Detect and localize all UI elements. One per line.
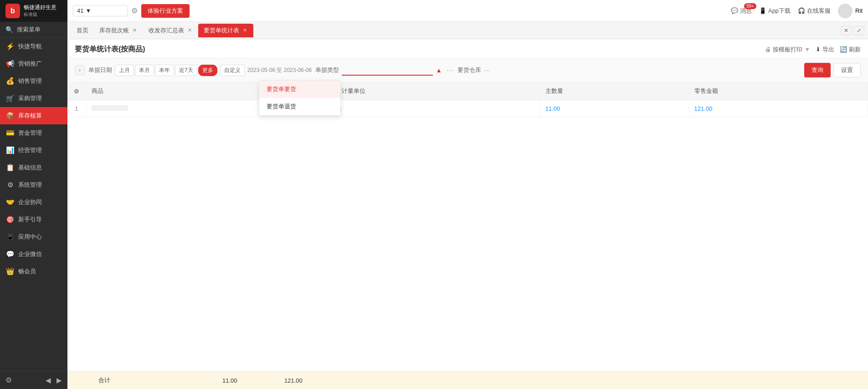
sidebar-item-label: 库存核算 bbox=[18, 112, 42, 120]
warehouse-filter-group: 要货仓库 ⋯ bbox=[457, 66, 490, 74]
close-all-btn[interactable]: ✕ bbox=[841, 26, 852, 35]
tab-request-stats[interactable]: 要货单统计表 ✕ bbox=[198, 24, 253, 37]
sidebar-bottom-actions: ◀ ▶ bbox=[46, 376, 62, 384]
sidebar-item-guide[interactable]: 🎯 新手引导 bbox=[0, 211, 67, 228]
data-table-wrapper: ⚙ 商品 主计量单位 主数量 零售金额 1 bbox=[67, 82, 868, 371]
system-icon: ⚙ bbox=[5, 181, 15, 189]
sidebar-item-enterprise[interactable]: 🤝 企业协同 bbox=[0, 194, 67, 211]
store-selector[interactable]: 41 ▼ bbox=[73, 5, 128, 16]
app-logo: b 畅捷通好生意 标准版 bbox=[0, 0, 67, 22]
search-icon: 🔍 bbox=[5, 26, 13, 33]
message-btn[interactable]: 💬 消息 99+ bbox=[731, 7, 752, 15]
quick-nav-icon: ⚡ bbox=[5, 42, 15, 51]
sidebar-item-label: 应用中心 bbox=[18, 233, 42, 241]
tab-receivable-summary[interactable]: 收发存汇总表 ✕ bbox=[143, 24, 198, 37]
settings-gear-icon[interactable]: ⚙ bbox=[131, 6, 138, 15]
tabs-actions: ✕ ⤢ bbox=[841, 26, 864, 35]
sidebar-item-marketing[interactable]: 📢 营销推广 bbox=[0, 55, 67, 72]
headset-icon: 🎧 bbox=[798, 7, 805, 14]
topbar: 41 ▼ ⚙ 体验行业方案 💬 消息 99+ 📱 App下载 🎧 在线客服 Ri… bbox=[67, 0, 868, 22]
online-service-btn[interactable]: 🎧 在线客服 bbox=[798, 7, 831, 15]
dropdown-item-request-order[interactable]: 要货单要货 bbox=[259, 81, 340, 98]
table-settings-icon[interactable]: ⚙ bbox=[74, 88, 79, 95]
type-filter-label: 单据类型 bbox=[315, 66, 339, 74]
date-this-year-btn[interactable]: 本年 bbox=[155, 65, 174, 76]
sidebar-item-quick-nav[interactable]: ⚡ 快捷导航 bbox=[0, 38, 67, 55]
tab-home[interactable]: 首页 bbox=[71, 24, 94, 37]
warehouse-more-icon[interactable]: ⋯ bbox=[484, 67, 490, 74]
col-amount: 零售金额 bbox=[688, 82, 868, 100]
type-filter-group: 单据类型 ▲ ⋯ bbox=[315, 65, 454, 76]
sidebar-search[interactable]: 🔍 搜索菜单 bbox=[0, 22, 67, 38]
footer-amount-value: 121.00 bbox=[284, 377, 303, 384]
sidebar-item-basic[interactable]: 📋 基础信息 bbox=[0, 159, 67, 176]
table-header-row: ⚙ 商品 主计量单位 主数量 零售金额 bbox=[67, 82, 868, 100]
app-center-icon: 📱 bbox=[5, 233, 15, 241]
sidebar-item-label: 企业协同 bbox=[18, 198, 42, 206]
sidebar-item-member[interactable]: 👑 畅会员 bbox=[0, 263, 67, 280]
date-prev-month-btn[interactable]: 上月 bbox=[115, 65, 134, 76]
sidebar-item-system[interactable]: ⚙ 系统管理 bbox=[0, 176, 67, 194]
service-label: 在线客服 bbox=[807, 7, 831, 15]
date-filter-label: 单据日期 bbox=[88, 66, 112, 74]
refresh-btn[interactable]: 🔄 刷新 bbox=[840, 46, 861, 54]
sidebar-item-operations[interactable]: 📊 经营管理 bbox=[0, 142, 67, 159]
store-dropdown-arrow: ▼ bbox=[85, 7, 91, 14]
expand-icon[interactable]: ▶ bbox=[56, 376, 62, 384]
app-label: App下载 bbox=[768, 7, 791, 15]
date-more-btn[interactable]: 更多 bbox=[198, 65, 217, 76]
app-sub: 标准版 bbox=[24, 11, 56, 18]
maximize-btn[interactable]: ⤢ bbox=[853, 26, 864, 35]
sidebar-item-label: 企业微信 bbox=[18, 250, 42, 258]
cell-qty: 11.00 bbox=[539, 100, 688, 117]
warehouse-filter-label: 要货仓库 bbox=[457, 66, 481, 74]
app-name: 畅捷通好生意 bbox=[24, 4, 56, 11]
user-area[interactable]: Rit bbox=[838, 4, 863, 18]
type-dropdown-arrow[interactable]: ▲ bbox=[436, 67, 442, 74]
sidebar-bottom: ⚙ ◀ ▶ bbox=[0, 371, 67, 389]
tab-request-stats-close[interactable]: ✕ bbox=[242, 27, 248, 33]
cell-amount: 121.00 bbox=[688, 100, 868, 117]
date-this-month-btn[interactable]: 本月 bbox=[135, 65, 154, 76]
dropdown-item-request-return[interactable]: 要货单退货 bbox=[259, 98, 340, 115]
store-name: 41 bbox=[77, 7, 83, 14]
filter-bar: › 单据日期 上月 本月 本年 近7天 更多 自定义 2023-05-06 至 … bbox=[67, 58, 868, 82]
logo-icon: b bbox=[5, 4, 20, 18]
sidebar-item-inventory[interactable]: 📦 库存核算 bbox=[0, 107, 67, 124]
inventory-icon: 📦 bbox=[5, 112, 15, 120]
sidebar-item-purchase[interactable]: 🛒 采购管理 bbox=[0, 90, 67, 107]
footer-amount-cell: 121.00 bbox=[284, 377, 339, 384]
type-more-icon[interactable]: ⋯ bbox=[447, 66, 454, 75]
print-label: 按模板打印 bbox=[773, 46, 802, 54]
main-content: 41 ▼ ⚙ 体验行业方案 💬 消息 99+ 📱 App下载 🎧 在线客服 Ri… bbox=[67, 0, 868, 389]
date-custom-btn[interactable]: 自定义 bbox=[220, 65, 245, 76]
settings-icon[interactable]: ⚙ bbox=[5, 376, 12, 384]
type-filter-input[interactable] bbox=[342, 65, 433, 76]
refresh-icon: 🔄 bbox=[840, 46, 847, 53]
tab-inventory-batch-close[interactable]: ✕ bbox=[132, 27, 138, 33]
tab-request-stats-label: 要货单统计表 bbox=[204, 26, 239, 35]
tab-inventory-batch[interactable]: 库存批次账 ✕ bbox=[94, 24, 143, 37]
sidebar-item-sales[interactable]: 💰 销售管理 bbox=[0, 72, 67, 90]
app-download-btn[interactable]: 📱 App下载 bbox=[759, 7, 791, 15]
sales-icon: 💰 bbox=[5, 77, 15, 85]
date-recent7-btn[interactable]: 近7天 bbox=[175, 65, 197, 76]
chevron-right-icon: › bbox=[79, 67, 81, 73]
col-settings[interactable]: ⚙ bbox=[67, 82, 86, 100]
collapse-icon[interactable]: ◀ bbox=[46, 376, 51, 384]
print-btn[interactable]: 🖨 按模板打印 ▼ bbox=[765, 46, 810, 54]
industry-btn[interactable]: 体验行业方案 bbox=[141, 4, 190, 18]
sidebar-item-label: 新手引导 bbox=[18, 215, 42, 224]
export-btn[interactable]: ⬇ 导出 bbox=[816, 46, 834, 54]
footer-qty-value: 11.00 bbox=[222, 377, 237, 384]
sidebar-item-finance[interactable]: 💳 资金管理 bbox=[0, 124, 67, 142]
operations-icon: 📊 bbox=[5, 146, 15, 154]
sidebar-item-label: 畅会员 bbox=[18, 267, 36, 276]
filter-expand-btn[interactable]: › bbox=[75, 65, 85, 75]
tab-receivable-summary-close[interactable]: ✕ bbox=[187, 27, 193, 33]
query-btn[interactable]: 查询 bbox=[804, 63, 831, 77]
sidebar-item-wechat[interactable]: 💬 企业微信 bbox=[0, 246, 67, 263]
sidebar-item-app-center[interactable]: 📱 应用中心 bbox=[0, 228, 67, 246]
tab-home-label: 首页 bbox=[77, 26, 88, 35]
setting-btn[interactable]: 设置 bbox=[833, 63, 861, 77]
